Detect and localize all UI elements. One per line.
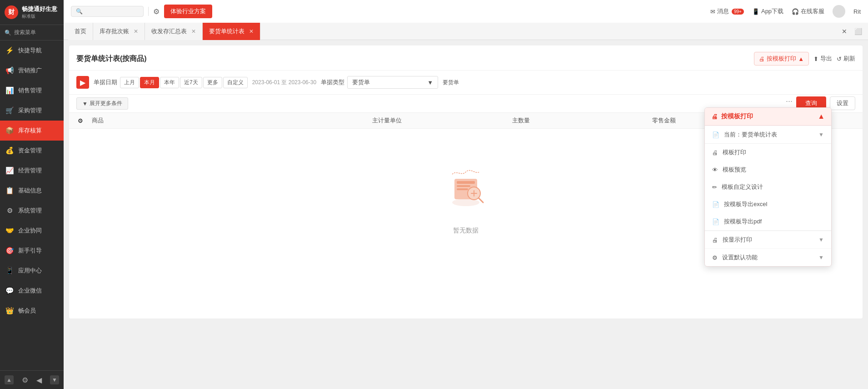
dropdown-current-template[interactable]: 📄 当前：要货单统计表 ▼ xyxy=(705,126,831,143)
order-type-select[interactable]: 要货单 ▼ xyxy=(347,76,438,89)
tab-home[interactable]: 首页 xyxy=(68,23,93,40)
refresh-button[interactable]: ↺ 刷新 xyxy=(837,55,855,63)
topbar-gear-icon[interactable]: ⚙ xyxy=(153,7,160,16)
sidebar-item-marketing[interactable]: 📢 营销推广 xyxy=(0,61,64,81)
dropdown-printer-icon: 🖨 xyxy=(711,113,718,120)
batch-ledger-close-icon[interactable]: ✕ xyxy=(134,29,138,34)
tabbar: 首页 库存批次账 ✕ 收发存汇总表 ✕ 要货单统计表 ✕ ✕ ⬜ xyxy=(64,23,868,40)
app-center-icon: 📱 xyxy=(5,266,15,276)
sidebar-item-enterprise[interactable]: 🤝 企业协同 xyxy=(0,221,64,241)
sidebar-item-quick-nav[interactable]: ⚡ 快捷导航 xyxy=(0,40,64,61)
order-type-value: 要货单 xyxy=(352,78,370,86)
dropdown-template-print[interactable]: 🖨 模板打印 xyxy=(705,144,831,161)
sidebar-item-finance[interactable]: 💰 资金管理 xyxy=(0,141,64,161)
sidebar-item-wechat[interactable]: 💬 企业微信 xyxy=(0,281,64,301)
date-this-year-btn[interactable]: 本年 xyxy=(160,77,179,88)
dropdown-template-preview[interactable]: 👁 模板预览 xyxy=(705,161,831,178)
dropdown-title: 按模板打印 xyxy=(721,112,753,121)
date-more-btn[interactable]: 更多 xyxy=(203,77,222,88)
tab-close-all-btn[interactable]: ✕ xyxy=(839,26,850,37)
empty-text: 暂无数据 xyxy=(453,227,479,235)
settings-button[interactable]: 设置 xyxy=(830,96,855,110)
sidebar-item-newbie[interactable]: 🎯 新手引导 xyxy=(0,241,64,261)
set-default-label: 设置默认功能 xyxy=(722,253,758,262)
expand-icon: ▼ xyxy=(82,101,88,107)
tab-maximize-btn[interactable]: ⬜ xyxy=(853,26,863,37)
tabbar-right: ✕ ⬜ xyxy=(839,26,863,37)
user-avatar[interactable] xyxy=(833,5,845,18)
date-custom-btn[interactable]: 自定义 xyxy=(223,77,248,88)
sidebar-item-sales[interactable]: 📊 销售管理 xyxy=(0,81,64,101)
sidebar-bottom: ▲ ⚙ ◀ ▼ xyxy=(0,370,64,389)
receipt-summary-close-icon[interactable]: ✕ xyxy=(191,29,196,34)
scroll-down-btn[interactable]: ▼ xyxy=(50,375,59,384)
order-stats-label: 要货单统计表 xyxy=(209,27,244,35)
sidebar-item-member[interactable]: 👑 畅会员 xyxy=(0,301,64,321)
batch-ledger-label: 库存批次账 xyxy=(100,27,129,35)
tab-order-stats[interactable]: 要货单统计表 ✕ xyxy=(203,23,260,40)
dropdown-template-design[interactable]: ✏ 模板自定义设计 xyxy=(705,178,831,196)
sidebar-item-app-center[interactable]: 📱 应用中心 xyxy=(0,261,64,281)
system-icon: ⚙ xyxy=(5,206,15,216)
tab-receipt-summary[interactable]: 收发存汇总表 ✕ xyxy=(145,23,203,40)
app-download-btn[interactable]: 📱 App下载 xyxy=(752,7,783,15)
basic-icon: 📋 xyxy=(5,186,15,196)
sidebar-label-operations: 经营管理 xyxy=(18,167,42,175)
scroll-up-btn[interactable]: ▲ xyxy=(5,375,14,384)
dropdown-template-export-excel[interactable]: 📄 按模板导出excel xyxy=(705,196,831,213)
template-print-button[interactable]: 🖨 按模板打印 ▲ xyxy=(754,52,809,66)
template-design-label: 模板自定义设计 xyxy=(722,183,763,191)
home-label: 首页 xyxy=(75,27,86,35)
dropdown-set-default[interactable]: ⚙ 设置默认功能 ▼ xyxy=(705,248,831,266)
collapse-icon[interactable]: ◀ xyxy=(36,376,42,384)
order-type-filter-group: 单据类型 要货单 ▼ xyxy=(321,76,438,89)
date-7days-btn[interactable]: 近7天 xyxy=(180,77,202,88)
industry-plan-button[interactable]: 体验行业方案 xyxy=(164,5,212,18)
order-stats-close-icon[interactable]: ✕ xyxy=(249,29,254,34)
export-pdf-label: 按模板导出pdf xyxy=(724,217,762,226)
sidebar-label-finance: 资金管理 xyxy=(18,147,42,155)
date-this-month-btn[interactable]: 本月 xyxy=(140,77,159,88)
chevron-down-icon: ▼ xyxy=(427,79,433,86)
printer-icon: 🖨 xyxy=(759,56,765,62)
expand-label: 展开更多条件 xyxy=(90,100,122,107)
finance-icon: 💰 xyxy=(5,146,15,156)
app-download-label: App下载 xyxy=(761,7,783,15)
message-btn[interactable]: ✉ 消息 99+ xyxy=(710,7,744,15)
online-service-btn[interactable]: 🎧 在线客服 xyxy=(792,7,824,15)
sidebar-item-purchase[interactable]: 🛒 采购管理 xyxy=(0,101,64,121)
dropdown-display-print[interactable]: 🖨 按显示打印 ▼ xyxy=(705,231,831,248)
tab-batch-ledger[interactable]: 库存批次账 ✕ xyxy=(93,23,145,40)
topbar-search-box[interactable]: 🔍 xyxy=(71,6,144,17)
date-buttons: 上月 本月 本年 近7天 更多 自定义 xyxy=(120,77,248,88)
sidebar-label-inventory: 库存核算 xyxy=(18,126,42,135)
dropdown-section: 📄 当前：要货单统计表 ▼ 🖨 模板打印 👁 模板预览 ✏ 模板自定义设计 xyxy=(705,126,831,266)
expand-filter-btn[interactable]: ▼ 展开更多条件 xyxy=(76,97,128,110)
marketing-icon: 📢 xyxy=(5,66,15,76)
sidebar: 财 畅捷通好生意 标准版 🔍 搜索菜单 ⚡ 快捷导航 📢 营销推广 📊 销售管理… xyxy=(0,0,64,389)
page-header-actions: 🖨 按模板打印 ▲ ⬆ 导出 ↺ 刷新 xyxy=(754,52,855,66)
sidebar-label-app-center: 应用中心 xyxy=(18,267,42,275)
dropdown-template-export-pdf[interactable]: 📄 按模板导出pdf xyxy=(705,213,831,230)
dropdown-collapse-icon[interactable]: ▲ xyxy=(818,112,825,121)
export-button[interactable]: ⬆ 导出 xyxy=(813,55,832,63)
refresh-icon: ↺ xyxy=(837,56,842,62)
export-excel-icon: 📄 xyxy=(712,201,719,208)
sidebar-item-inventory[interactable]: 📦 库存核算 xyxy=(0,121,64,141)
col-header-qty: 主数量 xyxy=(512,116,652,125)
sidebar-item-operations[interactable]: 📈 经营管理 xyxy=(0,161,64,181)
filter-toggle-button[interactable]: ▶ xyxy=(76,76,89,89)
order-goods-label: 要货单 xyxy=(443,79,459,86)
date-prev-month-btn[interactable]: 上月 xyxy=(120,77,139,88)
sidebar-item-basic[interactable]: 📋 基础信息 xyxy=(0,181,64,201)
sidebar-item-system[interactable]: ⚙ 系统管理 xyxy=(0,201,64,221)
current-template-left: 📄 当前：要货单统计表 xyxy=(712,131,777,139)
sidebar-search[interactable]: 🔍 搜索菜单 xyxy=(0,25,64,40)
col-settings[interactable]: ⚙ xyxy=(69,117,92,124)
sidebar-label-enterprise: 企业协同 xyxy=(18,227,42,235)
online-service-label: 在线客服 xyxy=(801,7,824,15)
settings-icon[interactable]: ⚙ xyxy=(22,376,28,384)
template-print-label: 按模板打印 xyxy=(767,55,796,63)
sales-icon: 📊 xyxy=(5,86,15,96)
more-filter-area: 要货单 xyxy=(443,79,459,86)
